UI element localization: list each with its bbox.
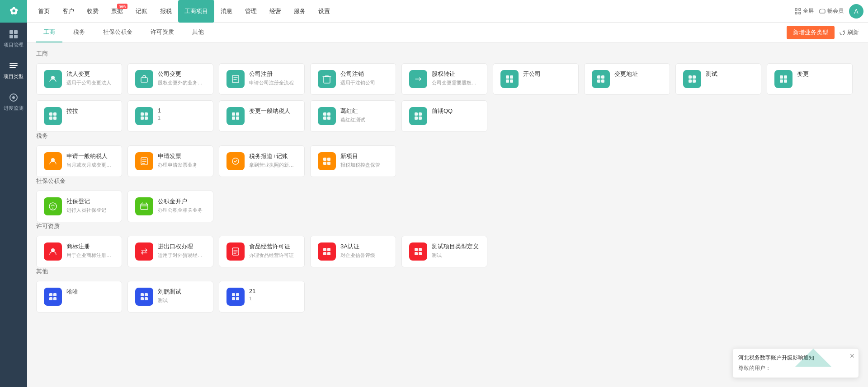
svg-rect-23 — [601, 75, 604, 79]
svg-rect-48 — [323, 117, 326, 120]
nav-settings[interactable]: 设置 — [312, 0, 336, 23]
tab-other[interactable]: 其他 — [185, 23, 211, 42]
card-change-address[interactable]: 变更地址 — [584, 63, 670, 95]
card-icon-test — [683, 70, 701, 88]
card-new-project[interactable]: 新项目报税加税控盘保管 — [310, 145, 396, 177]
card-trademark[interactable]: 商标注册用于企业商标注册服务 — [36, 236, 122, 267]
card-company-cancel[interactable]: 公司注销适用于注销公司 — [310, 63, 396, 95]
card-company-change[interactable]: 公司变更股权变更外的业务变更 — [127, 63, 213, 95]
svg-rect-19 — [510, 75, 513, 79]
card-company-reg[interactable]: 公司注册申请公司注册全流程 — [219, 63, 305, 95]
card-import-export[interactable]: 进出口权办理适用于对外贸易经营者 — [127, 236, 213, 267]
nav-message[interactable]: 消息 — [214, 0, 239, 23]
nav-home[interactable]: 首页 — [32, 0, 56, 23]
card-food-license[interactable]: 食品经营许可证办理食品经营许可证 — [219, 236, 305, 267]
card-open-company[interactable]: 开公司 — [493, 63, 579, 95]
cards-grid-social-section: 社保登记进行人员社保登记公积金开户办理公积金相关业务 — [36, 191, 859, 222]
card-test-type-def[interactable]: 测试项目类型定义测试 — [401, 236, 487, 267]
card-icon-import-export — [135, 242, 153, 261]
card-icon-early-qq — [409, 107, 427, 125]
card-guhonghong[interactable]: 葛红红葛红红测试 — [310, 100, 396, 132]
svg-rect-64 — [323, 248, 326, 251]
sidebar-item-progress-monitor[interactable]: 进度监测 — [0, 86, 27, 117]
section-title-social-section: 社保公积金 — [36, 177, 859, 185]
card-desc-twenty-one: 1 — [249, 296, 297, 301]
user-avatar[interactable]: A — [849, 4, 863, 19]
cards-grid-license-section: 商标注册用于企业商标注册服务进出口权办理适用于对外贸易经营者食品经营许可证办理食… — [36, 236, 859, 267]
nav-tax[interactable]: 报税 — [154, 0, 178, 23]
card-icon-company-change — [135, 70, 153, 88]
card-info-legal-change: 法人变更适用于公司变更法人 — [66, 70, 114, 86]
card-equity-transfer[interactable]: 股权转让公司变更需要股权转让 — [401, 63, 487, 95]
nav-operation[interactable]: 经营 — [263, 0, 288, 23]
nav-management[interactable]: 管理 — [239, 0, 263, 23]
card-change-taxpayer[interactable]: 变更一般纳税人 — [219, 100, 305, 132]
svg-rect-52 — [415, 117, 418, 120]
tab-license[interactable]: 许可资质 — [143, 23, 181, 42]
svg-rect-76 — [141, 293, 144, 296]
card-info-lala: 拉拉 — [66, 107, 114, 117]
nav-billing[interactable]: 收费 — [80, 0, 105, 23]
svg-rect-47 — [327, 112, 330, 116]
card-title-3a-cert: 3A认证 — [340, 242, 388, 251]
card-early-qq[interactable]: 前期QQ — [401, 100, 487, 132]
svg-rect-27 — [693, 75, 696, 79]
card-liupeng-test[interactable]: 刘鹏测试测试 — [127, 281, 213, 312]
sidebar-item-project-type[interactable]: 项目类型 — [0, 54, 27, 86]
card-info-twenty-one: 211 — [249, 288, 297, 301]
nav-accounting[interactable]: 记账 — [129, 0, 154, 23]
notification-close-btn[interactable]: ✕ — [849, 352, 855, 359]
refresh-button[interactable]: 刷新 — [839, 28, 859, 37]
vip-btn[interactable]: 畅会员 — [819, 7, 844, 15]
svg-rect-32 — [780, 79, 783, 83]
svg-rect-4 — [9, 63, 18, 64]
card-info-haha: 哈哈 — [66, 288, 114, 297]
card-apply-invoice[interactable]: 申请发票办理申请发票业务 — [127, 145, 213, 177]
card-desc-import-export: 适用于对外贸易经营者 — [158, 252, 206, 259]
svg-rect-2 — [9, 35, 13, 38]
card-title-food-license: 食品经营许可证 — [249, 242, 297, 251]
svg-rect-20 — [506, 79, 509, 83]
card-legal-change[interactable]: 法人变更适用于公司变更法人 — [36, 63, 122, 95]
nav-customer[interactable]: 客户 — [56, 0, 80, 23]
svg-rect-37 — [53, 117, 57, 120]
card-one-1[interactable]: 11 — [127, 100, 213, 132]
svg-rect-30 — [780, 75, 783, 79]
card-icon-company-cancel — [318, 70, 336, 88]
card-info-fund-open: 公积金开户办理公积金相关业务 — [158, 197, 206, 214]
card-lala[interactable]: 拉拉 — [36, 100, 122, 132]
card-desc-legal-change: 适用于公司变更法人 — [66, 79, 114, 86]
nav-service[interactable]: 服务 — [288, 0, 312, 23]
card-twenty-one[interactable]: 211 — [219, 281, 305, 312]
fullscreen-btn[interactable]: 全屏 — [795, 7, 814, 15]
card-haha[interactable]: 哈哈 — [36, 281, 122, 312]
card-icon-equity-transfer — [409, 70, 427, 88]
card-tax-report-accounting[interactable]: 税务报道+记账拿到营业执照的新公司 — [219, 145, 305, 177]
card-icon-new-project — [318, 152, 336, 170]
card-fund-open[interactable]: 公积金开户办理公积金相关业务 — [127, 191, 213, 222]
card-apply-taxpayer[interactable]: 申请一般纳税人当月或次月成变更完成 — [36, 145, 122, 177]
nav-bizproject[interactable]: 工商项目 — [178, 0, 214, 23]
sidebar-item-project-mgmt[interactable]: 项目管理 — [0, 23, 27, 54]
new-type-button[interactable]: 新增业务类型 — [787, 26, 835, 39]
card-desc-social-reg: 进行人员社保登记 — [66, 207, 114, 214]
card-desc-3a-cert: 对企业信誉评级 — [340, 252, 388, 259]
card-change[interactable]: 变更 — [767, 63, 853, 95]
card-test[interactable]: 测试 — [675, 63, 761, 95]
tab-social[interactable]: 社保公积金 — [96, 23, 140, 42]
svg-rect-82 — [232, 297, 235, 300]
svg-rect-0 — [9, 30, 13, 34]
svg-rect-72 — [49, 293, 52, 296]
card-icon-apply-taxpayer — [44, 152, 62, 170]
tab-biz[interactable]: 工商 — [36, 23, 62, 42]
project-type-icon — [8, 61, 19, 71]
card-icon-fund-open — [135, 197, 153, 215]
card-info-equity-transfer: 股权转让公司变更需要股权转让 — [432, 70, 480, 86]
tab-tax[interactable]: 税务 — [66, 23, 92, 42]
card-info-change-address: 变更地址 — [614, 70, 662, 79]
card-icon-tax-report-accounting — [226, 152, 245, 170]
card-social-reg[interactable]: 社保登记进行人员社保登记 — [36, 191, 122, 222]
nav-ticket[interactable]: 票据 new — [105, 0, 129, 23]
card-title-fund-open: 公积金开户 — [158, 197, 206, 205]
card-3a-cert[interactable]: 3A认证对企业信誉评级 — [310, 236, 396, 267]
